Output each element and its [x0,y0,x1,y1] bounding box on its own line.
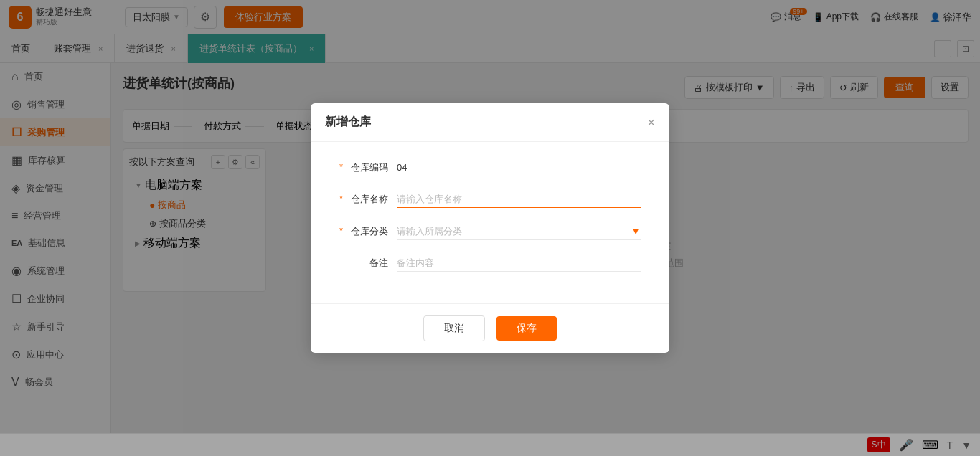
modal-footer: 取消 保存 [311,303,669,353]
modal-title: 新增仓库 [325,115,371,130]
warehouse-name-label: 仓库名称 [339,193,397,206]
warehouse-code-input[interactable] [397,159,641,176]
warehouse-remark-input[interactable] [397,255,641,272]
warehouse-category-row: 仓库分类 ▼ [339,222,641,240]
warehouse-category-wrapper: ▼ [397,222,641,240]
warehouse-category-label: 仓库分类 [339,225,397,238]
warehouse-remark-label: 备注 [339,257,397,270]
warehouse-remark-row: 备注 [339,255,641,272]
warehouse-code-label: 仓库编码 [339,161,397,174]
modal-body: 仓库编码 仓库名称 仓库分类 ▼ [311,142,669,303]
modal-close-button[interactable]: × [647,116,655,129]
modal-overlay: 新增仓库 × 仓库编码 仓库名称 仓库分类 [0,0,980,456]
warehouse-name-row: 仓库名称 [339,191,641,208]
warehouse-code-row: 仓库编码 [339,159,641,176]
warehouse-category-input[interactable] [397,226,631,237]
cancel-button[interactable]: 取消 [423,315,485,341]
save-button[interactable]: 保存 [496,316,557,341]
category-dropdown-arrow-icon[interactable]: ▼ [631,225,641,237]
add-warehouse-modal: 新增仓库 × 仓库编码 仓库名称 仓库分类 [311,103,669,353]
modal-header: 新增仓库 × [311,103,669,142]
warehouse-name-input[interactable] [397,191,641,208]
